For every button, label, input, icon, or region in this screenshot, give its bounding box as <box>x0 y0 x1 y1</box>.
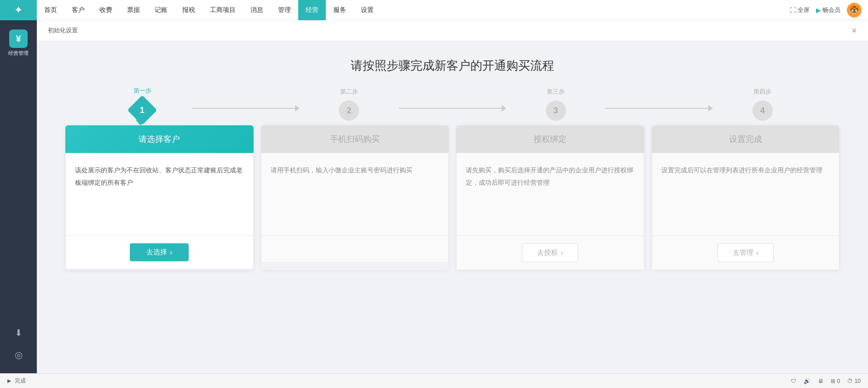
card-1-header: 请选择客户 <box>65 125 254 153</box>
sidebar-item-operation[interactable]: ¥ 经营管理 <box>0 25 37 61</box>
avatar[interactable]: 🐯 <box>847 3 862 18</box>
step-2-indicator: 第二步 2 <box>295 88 403 121</box>
card-3-footer: 去授权 › <box>456 236 644 270</box>
step-1-btn-arrow: › <box>170 248 172 257</box>
nav-item-biz[interactable]: 工商项目 <box>203 0 243 20</box>
fullscreen-icon: ⛶ <box>790 6 796 14</box>
logo-icon: ✦ <box>14 4 23 16</box>
status-bar: ▶ 完成 🛡 🔊 🖥 ⊞ 0 ⏱ 10 <box>0 373 868 388</box>
vip-icon: ▶ <box>816 6 821 14</box>
connector-1-2 <box>192 105 300 112</box>
nav-items: 首页 客户 收费 票据 记账 报税 工商项目 消息 管理 经营 服务 设置 <box>37 0 790 20</box>
step-3-indicator: 第三步 3 <box>502 88 610 121</box>
step-3-label: 第三步 <box>547 88 565 96</box>
nav-item-ticket[interactable]: 票据 <box>120 0 147 20</box>
sidebar-support-btn[interactable]: ◎ <box>9 344 28 366</box>
breadcrumb-bar: 初始化设置 × <box>37 20 868 41</box>
step-4-btn[interactable]: 去管理 › <box>718 243 774 262</box>
card-1-footer: 去选择 › <box>65 236 254 269</box>
nav-right: ⛶ 全屏 ▶ 畅会员 🐯 <box>790 3 868 18</box>
content-area: 初始化设置 × 请按照步骤完成新客户的开通购买流程 第一步 1 <box>37 20 868 373</box>
step-card-1: 请选择客户 该处展示的客户为不在回收站、客户状态正常建账后完成老板端绑定的所有客… <box>65 125 254 270</box>
step-3-btn[interactable]: 去授权 › <box>522 243 578 262</box>
status-text: 完成 <box>15 377 26 385</box>
breadcrumb-text: 初始化设置 <box>48 26 78 35</box>
nav-item-charge[interactable]: 收费 <box>92 0 120 20</box>
top-nav: ✦ 首页 客户 收费 票据 记账 报税 工商项目 消息 管理 经营 服务 设置 … <box>0 0 868 20</box>
card-2-header: 手机扫码购买 <box>261 125 449 153</box>
step-card-4: 设置完成 设置完成后可以在管理列表进行所有企业用户的经营管理 去管理 › <box>652 125 840 270</box>
connector-2-3 <box>399 105 507 112</box>
step-card-2: 手机扫码购买 请用手机扫码，输入小微企业主账号密码进行购买 <box>261 125 449 270</box>
step-card-3: 授权绑定 请先购买，购买后选择开通的产品中的企业用户进行授权绑定，成功后即可进行… <box>456 125 644 270</box>
step-2-label: 第二步 <box>340 88 358 96</box>
step-4-label: 第四步 <box>753 88 771 96</box>
card-3-body: 请先购买，购买后选择开通的产品中的企业用户进行授权绑定，成功后即可进行经营管理 <box>456 153 644 236</box>
step-1-pointer <box>52 121 853 125</box>
nav-item-operation[interactable]: 经营 <box>298 0 326 20</box>
card-3-header: 授权绑定 <box>456 125 644 153</box>
step-4-btn-arrow: › <box>756 249 758 257</box>
card-4-body: 设置完成后可以在管理列表进行所有企业用户的经营管理 <box>652 153 840 236</box>
vip-btn[interactable]: ▶ 畅会员 <box>816 6 840 14</box>
sidebar: ¥ 经营管理 ⬇ ◎ <box>0 20 37 373</box>
nav-item-home[interactable]: 首页 <box>37 0 64 20</box>
screen-icon: 🖥 <box>818 378 823 384</box>
grid-status: ⊞ 0 <box>831 378 840 384</box>
nav-item-manage[interactable]: 管理 <box>271 0 298 20</box>
operation-icon-box: ¥ <box>9 29 28 48</box>
page-title: 请按照步骤完成新客户的开通购买流程 <box>52 41 853 87</box>
card-2-body: 请用手机扫码，输入小微企业主账号密码进行购买 <box>261 153 449 236</box>
status-right: 🛡 🔊 🖥 ⊞ 0 ⏱ 10 <box>791 378 861 384</box>
card-2-footer <box>261 236 449 263</box>
close-btn[interactable]: × <box>851 26 857 35</box>
card-4-footer: 去管理 › <box>652 236 840 270</box>
steps-indicator-row: 第一步 1 第二步 2 <box>52 87 853 121</box>
cards-row: 请选择客户 该处展示的客户为不在回收站、客户状态正常建账后完成老板端绑定的所有客… <box>52 125 853 270</box>
logo-area: ✦ <box>0 0 37 20</box>
fullscreen-btn[interactable]: ⛶ 全屏 <box>790 6 810 14</box>
nav-item-msg[interactable]: 消息 <box>243 0 271 20</box>
shield-icon: 🛡 <box>791 378 796 384</box>
nav-item-settings[interactable]: 设置 <box>353 0 381 20</box>
connector-3-4 <box>605 105 713 112</box>
step-1-indicator: 第一步 1 <box>88 87 197 121</box>
step-1-circle-wrapper: 1 <box>88 100 197 121</box>
nav-item-service[interactable]: 服务 <box>326 0 353 20</box>
card-1-body: 该处展示的客户为不在回收站、客户状态正常建账后完成老板端绑定的所有客户 <box>65 153 254 236</box>
volume-icon: 🔊 <box>804 378 810 384</box>
play-btn[interactable]: ▶ <box>7 378 11 384</box>
avatar-icon: 🐯 <box>849 5 859 15</box>
operation-label: 经营管理 <box>8 50 29 57</box>
step-3-btn-arrow: › <box>561 249 563 257</box>
step-1-btn[interactable]: 去选择 › <box>130 243 189 261</box>
nav-item-tax[interactable]: 报税 <box>175 0 203 20</box>
card-4-header: 设置完成 <box>652 125 840 153</box>
step-4-indicator: 第四步 4 <box>708 88 816 121</box>
nav-item-bookkeeping[interactable]: 记账 <box>147 0 175 20</box>
time-status: ⏱ 10 <box>847 378 861 384</box>
nav-item-client[interactable]: 客户 <box>64 0 92 20</box>
step-1-label: 第一步 <box>133 87 151 95</box>
page-content: 请按照步骤完成新客户的开通购买流程 第一步 1 <box>37 41 868 373</box>
sidebar-download-btn[interactable]: ⬇ <box>9 322 28 344</box>
